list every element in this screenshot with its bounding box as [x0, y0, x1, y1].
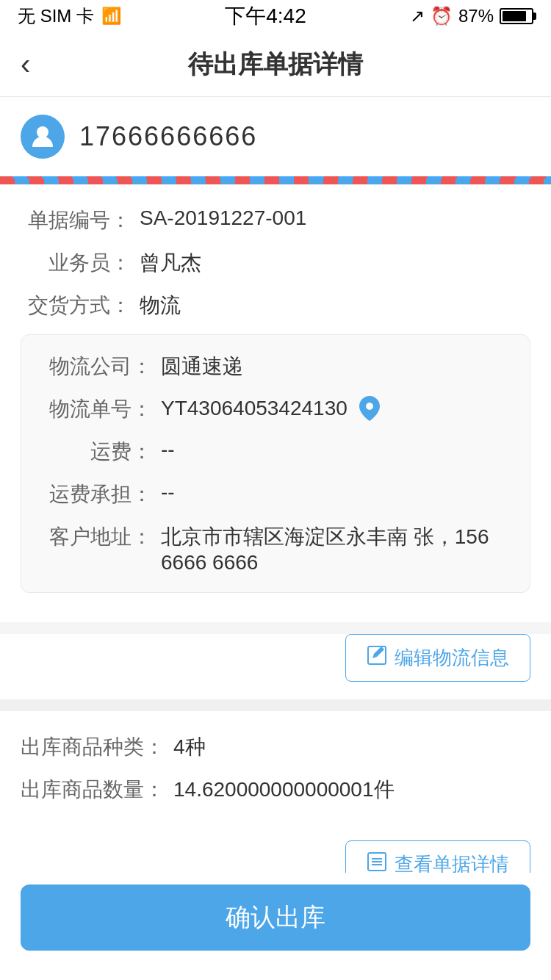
edit-logistics-label: 编辑物流信息 — [395, 645, 509, 671]
battery-fill — [503, 11, 526, 21]
order-info-section: 单据编号： SA-20191227-001 业务员： 曾凡杰 交货方式： 物流 … — [0, 184, 551, 622]
agent-label: 业务员： — [21, 249, 131, 277]
product-types-value: 4种 — [173, 733, 206, 761]
product-types-label: 出库商品种类： — [21, 733, 165, 761]
logistics-company-label: 物流公司： — [42, 353, 152, 381]
customer-section: 17666666666 — [0, 97, 551, 179]
order-number-label: 单据编号： — [21, 206, 131, 234]
nav-bar: ‹ 待出库单据详情 — [0, 32, 551, 97]
sim-status: 无 SIM 卡 — [18, 4, 94, 28]
freight-bear-row: 运费承担： -- — [42, 480, 509, 508]
tracking-number: YT43064053424130 — [161, 397, 347, 420]
address-row: 客户地址： 北京市市辖区海淀区永丰南 张，156 6666 6666 — [42, 523, 509, 574]
avatar — [21, 115, 65, 159]
order-number-value: SA-20191227-001 — [140, 206, 530, 230]
edit-btn-container: 编辑物流信息 — [0, 634, 551, 699]
product-types-row: 出库商品种类： 4种 — [21, 733, 530, 761]
logistics-card: 物流公司： 圆通速递 物流单号： YT43064053424130 运费： -- — [21, 334, 530, 593]
section-separator — [0, 699, 551, 711]
status-right: ↗ ⏰ 87% — [410, 6, 533, 26]
freight-label: 运费： — [42, 438, 152, 466]
confirm-label: 确认出库 — [226, 901, 325, 934]
freight-value: -- — [161, 438, 509, 461]
back-button[interactable]: ‹ — [21, 48, 30, 81]
freight-bear-value: -- — [161, 480, 509, 504]
wifi-icon: 📶 — [101, 7, 121, 26]
content-area: 17666666666 单据编号： SA-20191227-001 业务员： 曾… — [0, 97, 551, 980]
freight-row: 运费： -- — [42, 438, 509, 466]
customer-phone: 17666666666 — [79, 121, 257, 152]
product-quantity-label: 出库商品数量： — [21, 776, 165, 804]
dashed-divider — [0, 179, 551, 184]
track-location-icon[interactable] — [356, 395, 383, 422]
delivery-row: 交货方式： 物流 — [21, 292, 530, 320]
product-quantity-value: 14.620000000000001件 — [173, 776, 395, 804]
logistics-company-row: 物流公司： 圆通速递 — [42, 353, 509, 381]
product-quantity-row: 出库商品数量： 14.620000000000001件 — [21, 776, 530, 804]
location-service-icon: ↗ — [410, 6, 425, 26]
alarm-icon: ⏰ — [431, 6, 453, 26]
address-value: 北京市市辖区海淀区永丰南 张，156 6666 6666 — [161, 523, 509, 574]
tracking-row: 物流单号： YT43064053424130 — [42, 395, 509, 423]
product-section: 出库商品种类： 4种 出库商品数量： 14.620000000000001件 — [0, 711, 551, 833]
status-left: 无 SIM 卡 📶 — [18, 4, 121, 28]
address-label: 客户地址： — [42, 523, 152, 551]
edit-icon — [367, 645, 387, 671]
status-time: 下午4:42 — [225, 2, 306, 30]
tracking-label: 物流单号： — [42, 395, 152, 423]
tracking-value: YT43064053424130 — [161, 395, 509, 422]
page-title: 待出库单据详情 — [188, 48, 363, 82]
confirm-button[interactable]: 确认出库 — [21, 884, 530, 951]
back-arrow-icon: ‹ — [21, 48, 30, 81]
order-number-row: 单据编号： SA-20191227-001 — [21, 206, 530, 234]
logistics-company-value: 圆通速递 — [161, 353, 509, 381]
freight-bear-label: 运费承担： — [42, 480, 152, 508]
delivery-value: 物流 — [140, 292, 530, 320]
battery-icon — [500, 8, 533, 24]
person-icon — [29, 123, 56, 150]
agent-value: 曾凡杰 — [140, 249, 530, 277]
edit-logistics-button[interactable]: 编辑物流信息 — [345, 634, 530, 682]
confirm-btn-wrapper: 确认出库 — [0, 873, 551, 980]
delivery-label: 交货方式： — [21, 292, 131, 320]
agent-row: 业务员： 曾凡杰 — [21, 249, 530, 277]
svg-point-0 — [37, 126, 48, 138]
status-bar: 无 SIM 卡 📶 下午4:42 ↗ ⏰ 87% — [0, 0, 551, 32]
battery-percent: 87% — [458, 6, 494, 26]
